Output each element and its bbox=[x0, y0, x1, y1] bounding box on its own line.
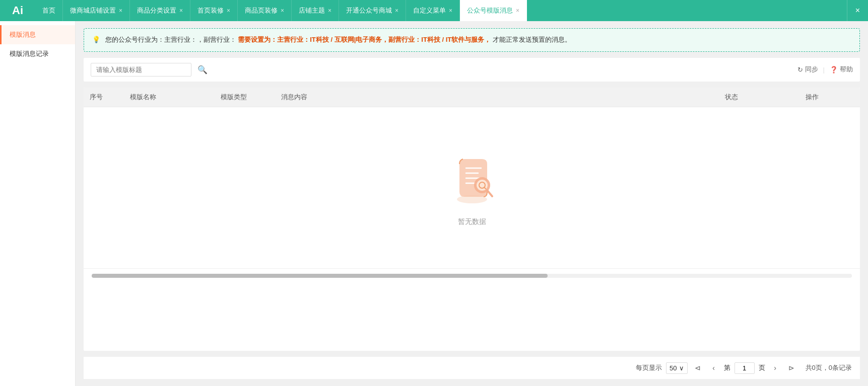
divider: | bbox=[823, 66, 825, 73]
sync-icon: ↻ bbox=[797, 66, 803, 73]
content-area: 💡 您的公众号行业为：主营行业：，副营行业： 需要设置为：主营行业：IT科技 /… bbox=[76, 21, 868, 386]
search-bar: 🔍 ↻ 同步 | ❓ 帮助 bbox=[84, 58, 860, 82]
nav-tab-label-homepage-decor: 首页装修 bbox=[197, 6, 224, 15]
nav-tab-close-homepage-decor[interactable]: × bbox=[227, 7, 230, 14]
nav-tabs-container: 首页微商城店铺设置×商品分类设置×首页装修×商品页装修×店铺主题×开通公众号商城… bbox=[35, 0, 847, 21]
nav-tab-close-custom-menu[interactable]: × bbox=[449, 7, 452, 14]
main-layout: 模版消息模版消息记录 💡 您的公众号行业为：主营行业：，副营行业： 需要设置为：… bbox=[0, 21, 868, 386]
close-all-tabs-button[interactable]: × bbox=[847, 0, 868, 21]
notice-banner: 💡 您的公众号行业为：主营行业：，副营行业： 需要设置为：主营行业：IT科技 /… bbox=[84, 28, 860, 52]
nav-tab-close-product-decor[interactable]: × bbox=[281, 7, 284, 14]
nav-tab-close-micro-store[interactable]: × bbox=[119, 7, 122, 14]
search-input[interactable] bbox=[91, 63, 191, 76]
search-button[interactable]: 🔍 bbox=[195, 65, 210, 74]
nav-tab-label-custom-menu: 自定义菜单 bbox=[413, 6, 446, 15]
scrollbar-thumb[interactable] bbox=[92, 274, 548, 278]
per-page-dropdown-icon: ∨ bbox=[679, 364, 684, 372]
sync-button[interactable]: ↻ 同步 bbox=[797, 65, 818, 74]
nav-tab-homepage-decor[interactable]: 首页装修× bbox=[190, 0, 238, 21]
notice-suffix: 才能正常发送预置的消息。 bbox=[493, 36, 571, 43]
nav-tab-store-theme[interactable]: 店铺主题× bbox=[292, 0, 339, 21]
nav-tab-label-micro-store: 微商城店铺设置 bbox=[70, 6, 116, 15]
top-nav-bar: Ai 首页微商城店铺设置×商品分类设置×首页装修×商品页装修×店铺主题×开通公众… bbox=[0, 0, 868, 21]
per-page-value: 50 bbox=[670, 364, 677, 372]
empty-text: 暂无数据 bbox=[458, 217, 486, 226]
table-header-status: 状态 bbox=[719, 88, 799, 107]
nav-tab-product-decor[interactable]: 商品页装修× bbox=[238, 0, 292, 21]
table-body: 暂无数据 bbox=[84, 107, 860, 268]
page-unit: 页 bbox=[759, 363, 765, 372]
scrollbar-track[interactable] bbox=[92, 274, 852, 278]
notice-icon: 💡 bbox=[92, 36, 100, 43]
page-label: 第 bbox=[724, 363, 730, 372]
app-logo: Ai bbox=[0, 0, 35, 21]
help-label: 帮助 bbox=[840, 65, 853, 74]
search-left: 🔍 bbox=[91, 63, 210, 76]
nav-tab-close-template-msg[interactable]: × bbox=[516, 7, 519, 14]
help-button[interactable]: ❓ 帮助 bbox=[830, 65, 853, 74]
table-header-index: 序号 bbox=[84, 88, 124, 107]
nav-tab-micro-store[interactable]: 微商城店铺设置× bbox=[63, 0, 130, 21]
page-next-button[interactable]: › bbox=[769, 362, 781, 374]
table-header: 序号模版名称模版类型消息内容状态操作 bbox=[84, 88, 860, 107]
search-right: ↻ 同步 | ❓ 帮助 bbox=[797, 65, 853, 74]
notice-prefix: 您的公众号行业为：主营行业：，副营行业： bbox=[105, 36, 236, 43]
page-prev-button[interactable]: ‹ bbox=[708, 362, 720, 374]
sync-label: 同步 bbox=[805, 65, 818, 74]
nav-tab-close-store-theme[interactable]: × bbox=[328, 7, 331, 14]
pagination-bar: 每页显示 50 ∨ ⊲ ‹ 第 页 › ⊳ 共0页，0条记录 bbox=[84, 357, 860, 379]
nav-tab-category[interactable]: 商品分类设置× bbox=[130, 0, 190, 21]
nav-tab-label-category: 商品分类设置 bbox=[137, 6, 176, 15]
nav-tab-open-public[interactable]: 开通公众号商城× bbox=[339, 0, 406, 21]
sidebar: 模版消息模版消息记录 bbox=[0, 21, 76, 386]
nav-tab-home[interactable]: 首页 bbox=[35, 0, 63, 21]
svg-line-7 bbox=[487, 190, 492, 196]
nav-tab-label-store-theme: 店铺主题 bbox=[299, 6, 325, 15]
nav-tab-custom-menu[interactable]: 自定义菜单× bbox=[406, 0, 460, 21]
nav-tab-label-template-msg: 公众号模版消息 bbox=[467, 6, 513, 15]
scrollbar-area bbox=[84, 268, 860, 283]
page-number-input[interactable] bbox=[735, 362, 755, 374]
page-total: 共0页，0条记录 bbox=[806, 363, 852, 372]
table-header-content: 消息内容 bbox=[275, 88, 719, 107]
nav-tab-label-product-decor: 商品页装修 bbox=[245, 6, 278, 15]
nav-tab-label-open-public: 开通公众号商城 bbox=[346, 6, 392, 15]
nav-tab-label-home: 首页 bbox=[42, 6, 55, 15]
data-table: 序号模版名称模版类型消息内容状态操作 bbox=[84, 88, 860, 351]
logo-text: Ai bbox=[12, 4, 23, 17]
page-first-button[interactable]: ⊲ bbox=[692, 362, 704, 374]
nav-tab-close-category[interactable]: × bbox=[179, 7, 183, 14]
table-header-action: 操作 bbox=[799, 88, 860, 107]
sidebar-item-template-message[interactable]: 模版消息 bbox=[0, 25, 75, 44]
table-header-type: 模版类型 bbox=[215, 88, 275, 107]
help-icon: ❓ bbox=[830, 66, 838, 73]
per-page-label: 每页显示 bbox=[636, 363, 662, 372]
table-header-name: 模版名称 bbox=[124, 88, 215, 107]
empty-illustration bbox=[442, 149, 502, 209]
page-last-button[interactable]: ⊳ bbox=[785, 362, 797, 374]
sidebar-item-template-message-record[interactable]: 模版消息记录 bbox=[0, 44, 75, 63]
nav-tab-close-open-public[interactable]: × bbox=[395, 7, 398, 14]
nav-tab-template-msg[interactable]: 公众号模版消息× bbox=[460, 0, 527, 21]
notice-highlight: 需要设置为：主营行业：IT科技 / 互联网|电子商务，副营行业：IT科技 / I… bbox=[238, 36, 491, 43]
per-page-select[interactable]: 50 ∨ bbox=[666, 362, 687, 374]
